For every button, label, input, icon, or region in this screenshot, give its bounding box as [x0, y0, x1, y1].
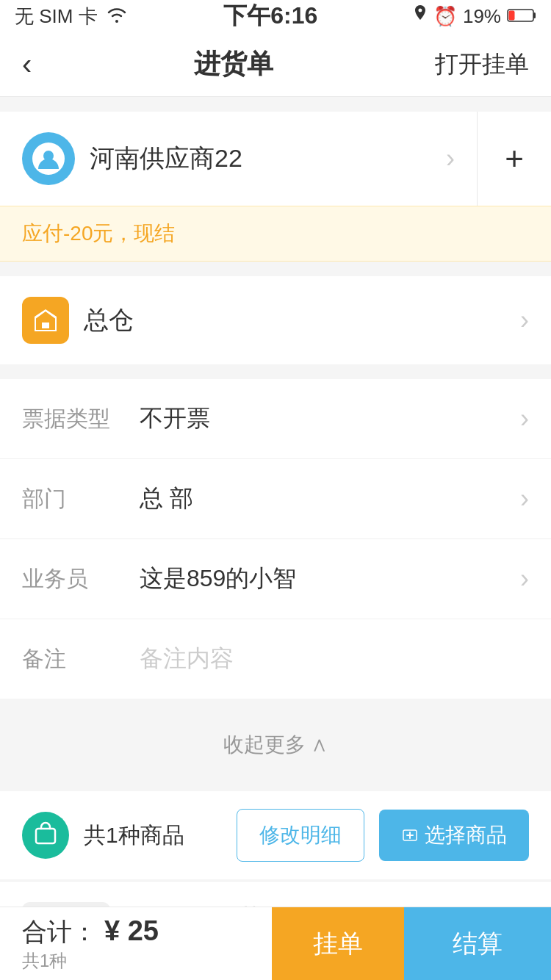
- wifi-icon: [105, 5, 129, 28]
- bottom-bar: 合计： ¥ 25 共1种 挂单 结算: [0, 907, 551, 980]
- status-right: ⏰ 19%: [413, 5, 536, 28]
- total-sub: 共1种: [22, 949, 250, 973]
- checkout-button[interactable]: 结算: [404, 907, 551, 980]
- svg-rect-4: [36, 829, 55, 843]
- supplier-section: 河南供应商22 › +: [0, 112, 551, 206]
- warehouse-section: 总仓 ›: [0, 276, 551, 364]
- collapse-button[interactable]: 收起更多 ∧: [0, 713, 551, 777]
- remark-placeholder: 备注内容: [140, 643, 529, 675]
- supplier-selector[interactable]: 河南供应商22 ›: [0, 112, 478, 206]
- select-product-label: 选择商品: [425, 821, 507, 849]
- status-left: 无 SIM 卡: [15, 4, 129, 29]
- department-label: 部门: [22, 484, 140, 514]
- remark-row[interactable]: 备注 备注内容: [0, 619, 551, 699]
- warehouse-selector[interactable]: 总仓 ›: [0, 276, 551, 364]
- remark-label: 备注: [22, 644, 140, 674]
- total-label: 合计：: [22, 915, 97, 949]
- open-pending-button[interactable]: 打开挂单: [435, 48, 529, 81]
- department-row[interactable]: 部门 总 部 ›: [0, 459, 551, 539]
- invoice-type-row[interactable]: 票据类型 不开票 ›: [0, 379, 551, 459]
- nav-bar: ‹ 进货单 打开挂单: [0, 32, 551, 97]
- chevron-right-icon: ›: [520, 403, 529, 434]
- salesperson-label: 业务员: [22, 564, 140, 594]
- back-button[interactable]: ‹: [22, 48, 32, 81]
- warehouse-label: 总仓: [84, 303, 513, 337]
- page-title: 进货单: [194, 46, 273, 82]
- svg-rect-2: [508, 10, 514, 20]
- product-header: 共1种商品 修改明细 选择商品: [0, 791, 551, 879]
- department-value: 总 部: [140, 483, 513, 515]
- network-status: 无 SIM 卡: [15, 4, 98, 29]
- alarm-icon: ⏰: [433, 5, 457, 28]
- supplier-name: 河南供应商22: [90, 142, 439, 176]
- warning-banner: 应付-20元，现结: [0, 206, 551, 262]
- form-section: 票据类型 不开票 › 部门 总 部 › 业务员 这是859的小智 › 备注 备注…: [0, 379, 551, 699]
- invoice-type-value: 不开票: [140, 403, 513, 435]
- location-icon: [413, 5, 428, 28]
- chevron-right-icon: ›: [520, 483, 529, 514]
- invoice-type-label: 票据类型: [22, 404, 140, 434]
- status-time: 下午6:16: [223, 0, 317, 32]
- product-count: 共1种商品: [84, 821, 222, 851]
- salesperson-value: 这是859的小智: [140, 563, 513, 595]
- chevron-right-icon: ›: [520, 563, 529, 594]
- add-supplier-button[interactable]: +: [478, 112, 551, 206]
- total-section: 合计： ¥ 25 共1种: [0, 907, 272, 980]
- svg-rect-1: [533, 12, 536, 18]
- total-amount: ¥ 25: [104, 915, 159, 947]
- edit-detail-button[interactable]: 修改明细: [237, 809, 364, 862]
- total-row: 合计： ¥ 25: [22, 915, 250, 949]
- status-bar: 无 SIM 卡 下午6:16 ⏰ 19%: [0, 0, 551, 32]
- supplier-avatar: [22, 132, 75, 185]
- select-product-button[interactable]: 选择商品: [379, 810, 529, 861]
- product-icon: [22, 812, 69, 859]
- chevron-right-icon: ›: [520, 305, 529, 336]
- hang-order-button[interactable]: 挂单: [272, 907, 404, 980]
- chevron-right-icon: ›: [446, 143, 455, 174]
- warehouse-icon: [22, 297, 69, 344]
- battery-level: 19%: [463, 5, 501, 28]
- salesperson-row[interactable]: 业务员 这是859的小智 ›: [0, 539, 551, 619]
- battery-icon: [507, 5, 536, 28]
